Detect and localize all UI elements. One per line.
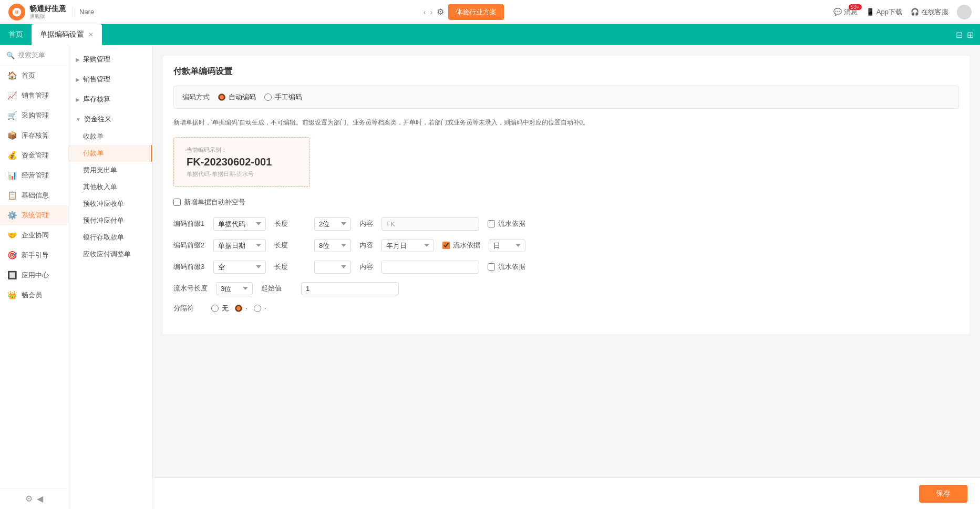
tab-serial-setting[interactable]: 单据编码设置 ✕ [32,24,102,45]
prefix3-select[interactable]: 空 [213,261,266,274]
tab-serial-setting-close[interactable]: ✕ [88,31,94,38]
prefix3-content-label: 内容 [359,262,373,272]
sub-sidebar-capital-label: 资金往来 [84,115,111,124]
sub-sidebar-header-inventory[interactable]: ▶ 库存核算 [68,90,152,108]
sidebar: 🔍 搜索菜单 🏠 首页 📈 销售管理 🛒 采购管理 📦 库存核算 💰 [0,45,68,509]
auto-fill-label: 新增单据自动补空号 [184,198,245,207]
purchase-icon: 🛒 [7,111,17,120]
prefix2-select[interactable]: 单据日期 [213,239,266,252]
sub-sidebar-item-bank-deposit[interactable]: 银行存取款单 [68,229,152,246]
prefix3-serial-check[interactable]: 流水依据 [488,262,525,272]
serial-length-select[interactable]: 3位 [216,282,253,295]
sub-sidebar-item-advance-payable[interactable]: 预付冲应付单 [68,212,152,229]
encode-type-row: 编码方式 自动编码 手工编码 [173,86,959,109]
avatar [957,5,972,19]
separator-label: 分隔符 [173,304,205,313]
online-service-label: 在线客服 [921,7,948,17]
prefix2-content-select[interactable]: 年月日 [381,239,434,252]
app-download-item[interactable]: 📱 App下载 [866,7,902,17]
bottom-bar: 保存 [152,477,980,509]
prefix2-serial-check[interactable]: 流水依据 [442,241,480,250]
sub-sidebar-header-sales[interactable]: ▶ 销售管理 [68,70,152,88]
desc-text: 新增单据时，'单据编码'自动生成，不可编辑。前缀设置为部门、业务员等档案类，开单… [173,117,959,129]
sidebar-search[interactable]: 🔍 搜索菜单 [0,45,68,66]
sidebar-search-label: 搜索菜单 [18,50,45,60]
tab-serial-setting-label: 单据编码设置 [40,30,84,39]
sub-sidebar-item-advance-receivable[interactable]: 预收冲应收单 [68,195,152,212]
message-item[interactable]: 💬 消息 99+ [833,7,858,17]
sep-dash-radio[interactable] [254,305,261,312]
separator-row: 分隔符 无 · · [173,304,959,313]
sidebar-item-purchase[interactable]: 🛒 采购管理 [0,106,68,126]
sub-sidebar-item-payment[interactable]: 付款单 [68,145,152,162]
sidebar-item-sales-label: 销售管理 [22,91,49,100]
membership-icon: 👑 [7,290,17,300]
code-preview: 当前编码示例： FK-20230602-001 单据代码-单据日期-流水号 [173,137,310,187]
sep-dot-radio[interactable] [235,305,242,312]
sub-sidebar-header-purchase[interactable]: ▶ 采购管理 [68,50,152,68]
prefix2-serial-label: 流水依据 [453,241,480,250]
settings-icon[interactable]: ⚙ [437,7,444,17]
sub-sidebar-item-expense[interactable]: 费用支出单 [68,162,152,179]
maximize-icon[interactable]: ⊞ [967,30,974,40]
sidebar-item-guide-label: 新手引导 [22,251,49,260]
prefix1-serial-checkbox[interactable] [488,220,495,227]
sub-sidebar-sales-label: 销售管理 [83,75,110,84]
prefix1-row: 编码前缀1 单据代码 长度 2位 内容 流水依据 [173,217,959,231]
logo-sub: 旗舰版 [29,13,66,19]
auto-radio-input[interactable] [218,94,225,101]
prefix2-granularity-select[interactable]: 日 [489,239,525,252]
online-service-item[interactable]: 🎧 在线客服 [911,7,948,17]
minimize-icon[interactable]: ⊟ [956,30,963,40]
prefix1-serial-check[interactable]: 流水依据 [488,219,525,228]
sidebar-item-sales[interactable]: 📈 销售管理 [0,86,68,106]
sidebar-item-home[interactable]: 🏠 首页 [0,66,68,86]
sub-sidebar-item-ar-ap-adjust[interactable]: 应收应付调整单 [68,246,152,263]
sidebar-item-system[interactable]: ⚙️ 系统管理 [0,205,68,225]
tab-home[interactable]: 首页 [0,24,32,45]
guide-icon: 🎯 [7,251,17,260]
sub-sidebar-item-other-income[interactable]: 其他收入单 [68,179,152,195]
sidebar-item-membership[interactable]: 👑 畅会员 [0,285,68,305]
auto-radio-option[interactable]: 自动编码 [218,92,256,102]
prefix3-serial-checkbox[interactable] [488,263,495,271]
sub-sidebar-item-receipt[interactable]: 收款单 [68,128,152,145]
sidebar-item-basic[interactable]: 📋 基础信息 [0,185,68,205]
collapse-btn[interactable]: ◀ [37,494,43,504]
sep-none-option[interactable]: 无 [211,304,229,313]
settings-btn[interactable]: ⚙ [25,494,33,504]
prefix2-serial-checkbox[interactable] [442,242,450,249]
start-value-input[interactable] [301,282,399,295]
nav-arrow-left[interactable]: ‹ [424,8,426,16]
system-icon: ⚙️ [7,211,17,220]
sidebar-item-apps[interactable]: 🔲 应用中心 [0,265,68,285]
sidebar-item-enterprise[interactable]: 🤝 企业协同 [0,225,68,245]
try-btn[interactable]: 体验行业方案 [448,4,504,20]
sep-dash-option[interactable]: · [254,304,266,312]
sidebar-item-operations-label: 经营管理 [22,171,49,180]
manual-radio-label: 手工编码 [275,92,302,102]
manual-radio-input[interactable] [264,94,272,101]
sidebar-item-finance[interactable]: 💰 资金管理 [0,146,68,165]
sidebar-item-operations[interactable]: 📊 经营管理 [0,165,68,185]
sep-none-radio[interactable] [211,305,219,312]
prefix1-select[interactable]: 单据代码 [213,217,266,231]
message-icon: 💬 [833,8,842,16]
prefix2-length-select[interactable]: 8位 [314,239,351,252]
sidebar-item-guide[interactable]: 🎯 新手引导 [0,245,68,265]
nav-arrow-right[interactable]: › [430,8,433,16]
prefix3-length-select[interactable] [314,261,351,274]
arrow-capital: ▼ [76,117,81,122]
save-button[interactable]: 保存 [919,485,967,503]
sep-dot-option[interactable]: · [235,304,247,312]
sidebar-item-inventory[interactable]: 📦 库存核算 [0,126,68,146]
prefix1-length-select[interactable]: 2位 [314,217,351,231]
app-download-label: App下载 [876,7,902,17]
auto-fill-checkbox[interactable] [173,199,181,206]
prefix2-row: 编码前缀2 单据日期 长度 8位 内容 年月日 [173,239,959,252]
sub-sidebar-header-capital[interactable]: ▼ 资金往来 [68,110,152,128]
auto-fill-row: 新增单据自动补空号 [173,198,959,207]
apps-icon: 🔲 [7,271,17,280]
manual-radio-option[interactable]: 手工编码 [264,92,302,102]
sidebar-item-home-label: 首页 [22,71,35,80]
